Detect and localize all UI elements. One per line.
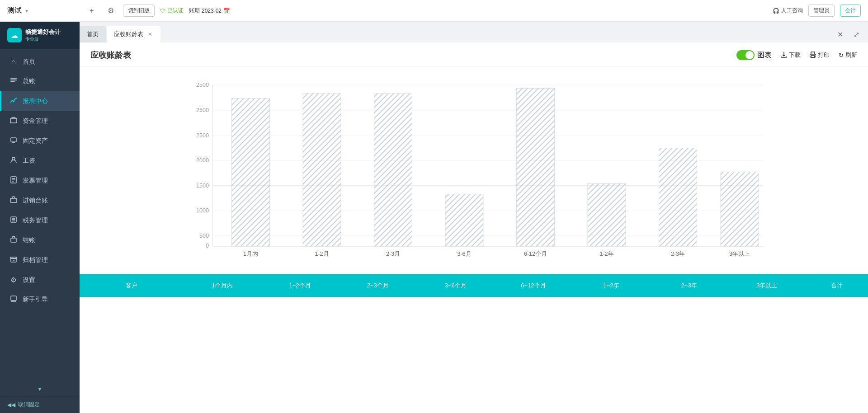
svg-rect-23 [811,52,815,54]
sidebar-item-label: 新手引导 [23,296,48,304]
guide-icon [9,295,18,304]
download-button[interactable]: 下载 [781,51,801,59]
sidebar-item-label: 税务管理 [23,216,48,225]
svg-text:2500: 2500 [196,82,209,88]
chart-toggle[interactable]: 图表 [736,50,772,60]
unpin-button[interactable]: ◀◀ 取消固定 [0,396,80,413]
tab-right-actions: ✕ ⤢ [828,26,868,42]
th-total: 合计 [806,274,868,297]
switch-thumb [745,51,754,59]
svg-text:6-12个月: 6-12个月 [524,251,547,257]
expand-button[interactable]: ⤢ [850,28,863,41]
tab-bar: 首页 应收账龄表 ✕ ✕ ⤢ [80,22,868,42]
cert-badge: 🛡 已认证 [160,7,184,14]
pin-icon: ◀◀ [7,402,15,408]
sidebar-item-tax[interactable]: 税务管理 [0,211,80,230]
tab-home[interactable]: 首页 [80,26,106,42]
sidebar-item-settings[interactable]: ⚙ 设置 [0,270,80,290]
sidebar-item-label: 首页 [23,58,35,66]
headset-icon: 🎧 [773,8,779,14]
sidebar-item-payroll[interactable]: 工资 [0,151,80,171]
tab-aging[interactable]: 应收账龄表 ✕ [107,26,160,42]
sidebar-item-inventory[interactable]: 进销台账 [0,191,80,211]
sidebar-nav: ⌂ 首页 总账 报表中心 资金管理 [0,49,80,382]
sidebar-item-capital[interactable]: 资金管理 [0,111,80,131]
table-container: 客户 1个月内 1~2个月 2~3个月 3~6个月 6~12个月 1~2年 2~… [80,274,868,297]
sidebar-item-archive[interactable]: 归档管理 [0,250,80,270]
settings-icon: ⚙ [9,276,18,284]
sidebar-item-label: 设置 [23,276,35,284]
download-icon [781,52,787,59]
svg-text:2-3年: 2-3年 [671,251,685,257]
bar-3年以上 [721,172,759,246]
sidebar-item-guide[interactable]: 新手引导 [0,290,80,310]
logo-icon: ☁ [7,28,22,42]
download-label: 下载 [789,51,801,59]
print-button[interactable]: 打印 [810,51,830,59]
svg-rect-1 [10,80,17,80]
svg-point-7 [12,157,15,160]
sidebar: ☁ 畅捷通好会计 专业版 ⌂ 首页 总账 报表中心 [0,22,80,413]
sidebar-item-ledger[interactable]: 总账 [0,71,80,91]
settings-icon[interactable]: ⚙ [104,4,118,18]
sidebar-logo: ☁ 畅捷通好会计 专业版 [0,22,80,49]
svg-rect-4 [11,138,16,142]
page-content: 应收账龄表 图表 下载 [80,42,868,413]
svg-text:3-6月: 3-6月 [457,251,471,257]
th-6-12month: 6~12个月 [495,274,572,297]
manager-button[interactable]: 管理员 [808,5,835,17]
print-icon [810,52,816,59]
th-2-3year: 2~3年 [650,274,728,297]
svg-text:2000: 2000 [196,157,209,164]
company-selector[interactable]: 测试 ▾ [7,6,80,15]
svg-rect-2 [10,81,15,82]
th-2-3month: 2~3个月 [339,274,417,297]
accountant-button[interactable]: 会计 [840,5,861,17]
svg-text:2500: 2500 [196,107,209,113]
content-area: 首页 应收账龄表 ✕ ✕ ⤢ 应收账龄表 图表 [80,22,868,413]
period-label: 账期 [189,7,200,14]
tax-icon [9,216,18,225]
page-actions: 图表 下载 打印 ↻ [736,50,857,60]
switch-track[interactable] [736,50,755,60]
bar-2-3年 [659,148,697,246]
logo-sub-text: 专业版 [25,36,61,42]
scroll-down-button[interactable]: ▼ [0,382,80,396]
calendar-icon[interactable]: 📅 [223,8,230,14]
svg-rect-3 [10,118,17,123]
sidebar-item-invoice[interactable]: 发票管理 [0,171,80,191]
switch-version-button[interactable]: 切到旧版 [123,5,155,17]
tab-close-button[interactable]: ✕ [147,30,153,38]
sidebar-item-close[interactable]: 结账 [0,230,80,250]
consult-label: 人工咨询 [781,7,803,14]
company-name: 测试 [7,6,22,15]
page-header: 应收账龄表 图表 下载 [80,42,868,66]
bar-1月内 [232,98,270,246]
main-layout: ☁ 畅捷通好会计 专业版 ⌂ 首页 总账 报表中心 [0,22,868,413]
sidebar-item-label: 资金管理 [23,117,48,125]
svg-text:1000: 1000 [196,207,209,214]
sidebar-item-home[interactable]: ⌂ 首页 [0,52,80,71]
sidebar-item-assets[interactable]: 固定资产 [0,131,80,151]
th-3-6month: 3~6个月 [417,274,495,297]
svg-rect-12 [10,198,17,202]
sidebar-item-label: 报表中心 [23,97,48,105]
refresh-button[interactable]: ↻ 刷新 [839,51,857,59]
close-panel-button[interactable]: ✕ [834,28,846,41]
bar-3-6月 [445,194,483,247]
close-period-icon [9,236,18,245]
sidebar-item-label: 归档管理 [23,256,48,264]
chevron-down-icon: ▼ [37,386,42,392]
payroll-icon [9,156,18,165]
consult-button[interactable]: 🎧 人工咨询 [773,7,803,14]
sidebar-item-label: 发票管理 [23,177,48,185]
table-header: 客户 1个月内 1~2个月 2~3个月 3~6个月 6~12个月 1~2年 2~… [80,274,868,297]
add-button[interactable]: + [85,4,99,18]
cert-text: 已认证 [167,7,184,14]
svg-rect-17 [11,238,16,242]
th-1-2year: 1~2年 [572,274,650,297]
sidebar-item-label: 总账 [23,77,35,85]
sidebar-item-reports[interactable]: 报表中心 [0,91,80,111]
chevron-down-icon[interactable]: ▾ [25,8,28,14]
svg-text:1500: 1500 [196,183,209,189]
